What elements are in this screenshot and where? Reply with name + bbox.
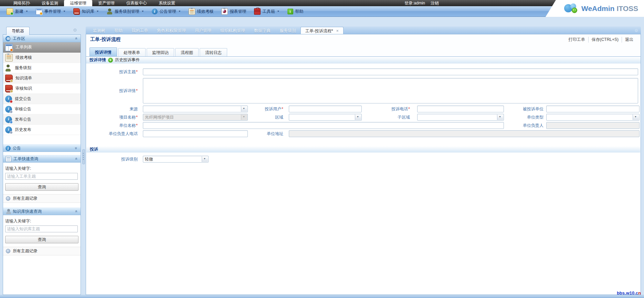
navigator-tab[interactable]: 导航器 [6,27,30,35]
detail-textarea[interactable] [143,78,638,103]
subtab-process-form[interactable]: 处理表单 [118,48,146,56]
print-ticket-button[interactable]: 打印工单 [566,37,588,43]
expand-chevron-icon[interactable] [74,146,78,151]
sidebar-item-review-announcement[interactable]: 审核公告 [3,104,81,114]
save-button[interactable]: 保存(CTRL+S) [588,37,622,43]
project-name-label: 项目名称* [88,114,138,121]
panel-splitter[interactable] [82,34,85,295]
menu-network-topology[interactable]: 网络拓扑 [8,0,36,6]
close-icon[interactable]: × [336,29,339,33]
complaint-user-input[interactable] [289,106,362,112]
announcement-icon [6,146,11,151]
subject-input[interactable] [143,68,638,75]
sidebar-item-label: 历史发布 [15,127,31,133]
toolbar-event-label: 事件管理 [44,9,61,14]
top-menu: 网络拓扑 设备监测 运维管理 资产管理 仪表板中心 系统设置 [0,0,644,6]
unit-head-phone-label: 单位负责人电话 [88,130,138,137]
tab-complaint-flow-active[interactable]: 工单-投诉流程* × [300,27,344,34]
subtab-flow-log[interactable]: 流转日志 [200,48,227,56]
gear-icon[interactable]: ⚙ [73,27,77,33]
logout-link[interactable]: 注销 [431,0,439,6]
ticket-quick-search-header[interactable]: 工单快速查询 [3,155,81,163]
subtab-flow-chart[interactable]: 流程图 [175,48,199,56]
tab-data-dictionary[interactable]: 数据字典 [250,27,275,34]
toolbar-report-button[interactable]: 报表管理 [218,7,250,16]
toolbar-event-management-button[interactable]: 事件管理 ▼ [33,7,69,16]
sidebar-item-ticket-list[interactable]: 工单列表 [3,42,81,53]
dropdown-arrow-icon[interactable] [202,156,208,162]
kb-all-records-link[interactable]: 所有主题记录 [3,247,81,255]
sidebar-item-review-knowledge[interactable]: 审核知识 [3,84,81,94]
chevron-down-icon: ▼ [63,10,66,12]
sidebar-item-service-level[interactable]: 服务级别 [3,63,81,73]
title-row: 工单-投诉流程 打印工单 保存(CTRL+S) 退出 [86,34,641,45]
menu-asset-management[interactable]: 资产管理 [92,0,120,6]
sidebar-item-submit-announcement[interactable]: 提交公告 [3,94,81,104]
tab-org-structure[interactable]: 组织机构管理 [216,27,250,34]
add-icon[interactable] [108,58,113,63]
toolbar-new-label: 新建 [15,9,23,14]
subregion-select[interactable] [417,114,504,121]
ticket-search-icon [6,156,11,162]
subtab-supervision-callback[interactable]: 监理回访 [147,48,174,56]
unit-type-select[interactable] [546,114,640,121]
tab-my-tickets[interactable]: 我的工单 [127,27,152,34]
dropdown-arrow-icon[interactable] [355,114,361,120]
sidebar-item-label: 绩效考核 [15,55,32,60]
product-name: ITOSS [616,4,638,12]
ticket-search-input[interactable] [5,173,78,180]
menu-system-settings[interactable]: 系统设置 [153,0,181,6]
menu-operations-management[interactable]: 运维管理 [64,0,92,6]
ticket-search-button[interactable]: 查询 [5,183,78,191]
complaint-level-select[interactable]: 轻微 [143,156,209,163]
toolbar-performance-label: 绩效考核 [197,9,214,14]
sidebar-item-publish-announcement[interactable]: 发布公告 [3,114,81,125]
toolbar-announcement-button[interactable]: 公告管理 ▼ [149,7,184,16]
dropdown-arrow-icon[interactable] [497,114,503,120]
tab-help[interactable]: 帮助 [110,27,127,34]
menu-dashboard-center[interactable]: 仪表板中心 [120,0,153,6]
unit-head-phone-input[interactable] [143,130,248,137]
toolbar-toolbox-label: 工具箱 [263,9,275,14]
sidebar-item-performance[interactable]: 绩效考核 [3,53,81,63]
tab-options-icon[interactable]: ⚙ [634,28,638,33]
ticket-all-records-link[interactable]: 所有主题记录 [3,194,81,203]
tab-user-management[interactable]: 用户管理 [190,27,216,34]
kb-search-button[interactable]: 查询 [5,236,78,243]
collapse-chevron-icon[interactable] [74,36,78,41]
workspace-section-header[interactable]: 工作区 [3,35,81,42]
complained-unit-input[interactable] [546,106,640,112]
collapse-chevron-icon[interactable] [74,209,78,214]
dropdown-arrow-icon[interactable] [633,114,639,120]
kb-quick-search-header[interactable]: 知识库快速查询 [3,208,81,215]
toolbar-service-level-button[interactable]: 服务级别管理 ▼ [104,7,147,16]
toolbar-toolbox-button[interactable]: 工具箱 ▼ [251,7,283,16]
announcement-section-header[interactable]: 公告 [3,144,81,152]
menu-device-monitoring[interactable]: 设备监测 [36,0,64,6]
tab-service-level[interactable]: 服务级别 [275,27,300,34]
kb-search-icon [6,209,11,214]
collapse-chevron-icon[interactable] [74,156,78,161]
action-links: 打印工单 保存(CTRL+S) 退出 [566,36,636,43]
source-select[interactable] [143,106,248,112]
form-subtab-row: 投诉详情 处理表单 监理回访 流程图 流转日志 [86,45,641,57]
sidebar-item-knowledge-list[interactable]: 知识清单 [3,73,81,84]
toolbar-new-button[interactable]: 新建 ▼ [3,7,31,16]
toolbar-kb-label: 知识库 [82,9,94,14]
ticket-search-header-label: 工单快速查询 [13,156,38,162]
sidebar-item-history-publish[interactable]: 历史发布 [3,125,81,135]
exit-button[interactable]: 退出 [622,37,636,43]
tab-monitor-tree[interactable]: 监测树 [88,27,110,34]
splitter-handle[interactable] [82,149,85,164]
tab-role-permission[interactable]: 角色和权限管理 [152,27,190,34]
region-select[interactable] [289,114,362,121]
history-complaint-events-link[interactable]: 历史投诉事件 [115,57,140,63]
kb-search-header-label: 知识库快速查询 [13,209,42,214]
kb-search-input[interactable] [5,225,78,232]
toolbar-help-button[interactable]: 帮助 [284,7,307,16]
toolbar-performance-button[interactable]: 绩效考核 [186,7,217,16]
toolbar-knowledge-base-button[interactable]: 知识库 ▼ [70,7,102,16]
complaint-phone-input[interactable] [417,106,504,112]
unit-name-input[interactable] [143,122,504,129]
subtab-complaint-detail[interactable]: 投诉详情 [89,47,117,56]
